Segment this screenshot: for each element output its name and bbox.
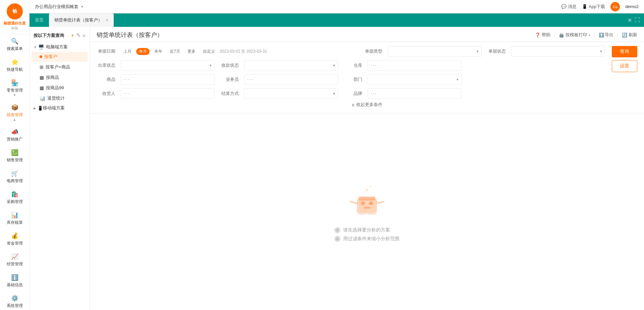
warehouse-select[interactable]: ···	[368, 60, 462, 71]
avatar[interactable]: Ea	[610, 2, 620, 11]
collapse-panel-button[interactable]: «	[83, 33, 86, 39]
query-button[interactable]: 查询	[612, 46, 637, 57]
sidebar-item-ecommerce[interactable]: 🛒 电商管理	[0, 166, 29, 187]
date-btn-this-year[interactable]: 本年	[152, 48, 165, 55]
help-button[interactable]: ❓ 帮助	[535, 32, 550, 38]
sidebar-item-label: 资金管理	[7, 241, 23, 246]
date-btn-last-7-days[interactable]: 近7天	[167, 48, 183, 55]
basic-icon: ℹ️	[11, 274, 18, 281]
grid-icon: ⊞	[40, 64, 44, 70]
message-button[interactable]: 💬 消息	[561, 4, 577, 10]
panel-actions: + ✎ «	[71, 32, 86, 39]
main-area: 办公用品行业模拟账套 ▾ 💬 消息 📱 App下载 Ea demo2 首页 销货…	[30, 0, 644, 310]
bar-chart-icon: 📊	[40, 96, 45, 101]
tree-parent-mobile[interactable]: ▶ 📱 移动端方案	[30, 104, 90, 112]
sidebar-item-system[interactable]: ⚙️ 系统管理	[0, 291, 29, 310]
hint-num-2: ②	[334, 236, 340, 242]
sidebar-item-label: 库存核算	[7, 220, 23, 225]
sidebar-item-purchase[interactable]: 🛍️ 采购管理	[0, 187, 29, 208]
sidebar-item-label: 快捷导航	[7, 67, 23, 72]
out-status-label: 出库状态	[97, 62, 115, 68]
header-right: 💬 消息 📱 App下载 Ea demo2	[561, 2, 639, 11]
template-print-button[interactable]: 🖨️ 按模板打印 ▾	[559, 32, 590, 38]
department-select[interactable]: ▾	[368, 74, 462, 85]
product-select[interactable]: ···	[121, 74, 215, 85]
export-button[interactable]: ⬆️ 导出	[599, 32, 613, 38]
divider	[554, 32, 555, 38]
collapse-more-label: 收起更多条件	[356, 102, 382, 108]
sidebar-item-retail[interactable]: 🏪 零售管理 ▼	[0, 76, 29, 100]
action-buttons: 查询 设置	[612, 46, 637, 72]
svg-point-2	[361, 201, 365, 205]
receiver-select[interactable]: ···	[121, 88, 215, 99]
tab-sales-stat[interactable]: 销货单统计表（按客户） ×	[49, 13, 114, 27]
message-icon: 💬	[561, 4, 567, 9]
settlement-select[interactable]: ▾	[244, 88, 338, 99]
app-logo[interactable]: 畅 畅捷通好生意 标版	[0, 0, 29, 34]
tree-child-label: 按商品99	[46, 85, 64, 91]
warehouse-label: 仓库	[343, 62, 362, 68]
app-download-button[interactable]: 📱 App下载	[582, 4, 605, 10]
bill-status-select[interactable]: ▾	[511, 46, 605, 57]
svg-rect-1	[359, 197, 375, 201]
tab-home-label: 首页	[35, 17, 44, 23]
date-label: 单据日期	[97, 48, 115, 54]
refresh-button[interactable]: 🔄 刷新	[622, 32, 637, 38]
tree-section: ▼ 🖥️ 电脑端方案 按客户 ⊞ 按客户+商品 ▦ 按商品 ▦	[30, 43, 90, 112]
edit-scheme-button[interactable]: ✎	[76, 32, 80, 39]
chevron-down-icon: ▾	[333, 63, 335, 68]
logo-icon: 畅	[7, 3, 23, 19]
sidebar-item-sales-mgmt[interactable]: 💹 销售管理	[0, 146, 29, 166]
help-icon: ❓	[535, 33, 540, 38]
tab-home[interactable]: 首页	[30, 13, 49, 27]
date-btn-last-month[interactable]: 上月	[121, 48, 134, 55]
tree-child-return-stat[interactable]: 📊 退货统计	[32, 93, 88, 103]
bill-type-select[interactable]: ▾	[388, 46, 482, 57]
sidebar-item-wholesale[interactable]: 📦 批发管理 ▲	[0, 100, 29, 125]
date-btn-this-month[interactable]: 本月	[136, 48, 150, 55]
svg-line-5	[350, 202, 357, 203]
desktop-icon: 🖥️	[38, 44, 44, 50]
maximize-icon[interactable]: ⛶	[635, 17, 640, 23]
filter-area: 单据日期 上月 本月 本年 近7天 更多 自定义 2023-03-01 至 20…	[90, 42, 644, 113]
close-window-icon[interactable]: ✕	[628, 17, 632, 23]
tree-child-by-product[interactable]: ▦ 按商品	[32, 72, 88, 83]
date-btn-custom[interactable]: 自定义	[200, 48, 218, 55]
sidebar-item-basic[interactable]: ℹ️ 基础信息	[0, 270, 29, 291]
sidebar-item-inventory[interactable]: 📊 库存核算	[0, 208, 29, 229]
sidebar-item-label: 电商管理	[7, 178, 23, 184]
sidebar-item-label: 经营管理	[7, 261, 23, 267]
page-actions: ❓ 帮助 🖨️ 按模板打印 ▾ ⬆️ 导出	[535, 32, 637, 38]
sidebar-item-quick-nav[interactable]: ⭐ 快捷导航	[0, 55, 29, 76]
tree-child-by-customer-product[interactable]: ⊞ 按客户+商品	[32, 62, 88, 72]
brand-label: 品牌	[343, 91, 362, 97]
svg-point-8	[367, 213, 377, 215]
tree-child-by-product-99[interactable]: ▦ 按商品99	[32, 83, 88, 93]
tab-close-icon[interactable]: ×	[106, 17, 108, 23]
out-status-select[interactable]: ▾	[121, 60, 215, 71]
sidebar-item-operations[interactable]: 📈 经营管理	[0, 250, 29, 270]
brand-select[interactable]: ···	[368, 88, 462, 99]
sidebar-item-search[interactable]: 🔍 搜索菜单	[0, 34, 29, 55]
collect-status-select[interactable]: ▾	[244, 60, 338, 71]
tree-child-by-customer[interactable]: 按客户	[32, 52, 88, 62]
refresh-icon: 🔄	[622, 33, 627, 38]
export-label: 导出	[605, 32, 613, 38]
download-icon: 📱	[582, 4, 587, 9]
sidebar-item-marketing[interactable]: 📣 营销推广	[0, 125, 29, 146]
salesperson-dots: ···	[247, 76, 254, 83]
panel-title: 按以下方案查询	[34, 33, 64, 39]
template-print-dropdown-icon[interactable]: ▾	[589, 33, 590, 37]
sidebar-item-finance[interactable]: 💰 资金管理	[0, 229, 29, 250]
add-scheme-button[interactable]: +	[71, 33, 74, 39]
hint-num-1: ①	[334, 227, 340, 233]
salesperson-select[interactable]: ···	[244, 74, 338, 85]
tree-parent-desktop[interactable]: ▼ 🖥️ 电脑端方案	[30, 43, 90, 51]
header-dropdown-icon[interactable]: ▾	[81, 4, 83, 9]
print-icon: 🖨️	[559, 33, 564, 38]
help-label: 帮助	[542, 32, 550, 38]
settings-button[interactable]: 设置	[612, 60, 637, 72]
page-header: 销货单统计表（按客户） ❓ 帮助 🖨️ 按模板打印 ▾ ⬆️	[90, 27, 644, 42]
date-btn-more[interactable]: 更多	[185, 48, 198, 55]
collapse-more-button[interactable]: ∧ 收起更多条件	[97, 99, 637, 109]
